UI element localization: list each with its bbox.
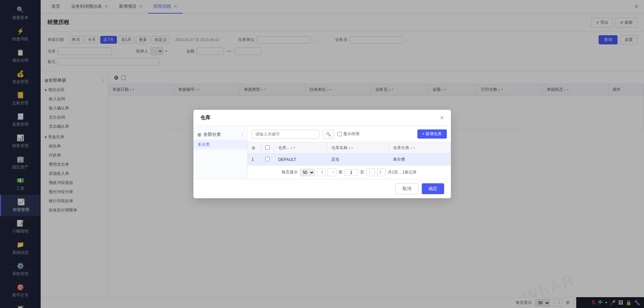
modal-col-category: 仓库分类 ▲▼ — [389, 142, 451, 154]
modal-warehouse-table: ⚙ 仓库... ▲▼ 仓库名称 — [248, 142, 451, 165]
modal-confirm-btn[interactable]: 确定 — [422, 183, 444, 194]
modal-footer: 取消 确定 — [193, 179, 451, 198]
row-code: DEFAULT — [274, 154, 327, 165]
modal-col-code: 仓库... ▲▼ — [274, 142, 327, 154]
modal-col-name: 仓库名称 ▲▼ — [327, 142, 389, 154]
modal-per-page-label: 每页显示 — [282, 169, 298, 175]
modal-show-disabled: 显示停用 — [337, 131, 359, 137]
modal-all-categories[interactable]: ⊞ 全部分类 《 — [193, 129, 247, 140]
grid-small-icon: ⊞ — [198, 132, 201, 137]
modal-select-all[interactable] — [265, 145, 270, 150]
show-disabled-checkbox[interactable] — [337, 132, 342, 136]
modal-prev-page-btn[interactable]: 〈 — [328, 168, 336, 176]
modal-left-collapse-icon[interactable]: 《 — [240, 132, 243, 137]
modal-body: ⊞ 全部分类 《 未分类 🔍 显示停用 — [193, 126, 451, 179]
row-category: 未分类 — [389, 154, 451, 165]
modal-search-icon: 🔍 — [326, 132, 331, 137]
modal-header: 仓库 ✕ — [193, 110, 451, 126]
modal-first-page-btn[interactable]: 《 — [317, 168, 326, 176]
modal-total-info: 共1页，1条记录 — [388, 169, 417, 175]
modal-pagination: 每页显示 50 《 〈 第 页 〉 》 共1页，1条记录 — [248, 165, 451, 179]
modal-add-warehouse-btn[interactable]: + 新增仓库 — [417, 129, 446, 139]
row-num: 1 — [248, 154, 261, 165]
modal-title: 仓库 — [200, 115, 210, 121]
modal-left-panel: ⊞ 全部分类 《 未分类 — [193, 126, 248, 179]
modal-table-wrap: ⚙ 仓库... ▲▼ 仓库名称 — [248, 142, 451, 165]
modal-search-button[interactable]: 🔍 — [323, 130, 334, 139]
modal-right-panel: 🔍 显示停用 + 新增仓库 ⚙ — [248, 126, 451, 179]
modal-page-input[interactable] — [345, 169, 358, 176]
modal-next-page-btn[interactable]: 〉 — [366, 168, 375, 176]
modal-per-page-select[interactable]: 50 — [300, 169, 315, 176]
modal-overlay: 仓库 ✕ ⊞ 全部分类 《 未分类 🔍 — [0, 0, 644, 308]
modal-uncategorized-item[interactable]: 未分类 — [193, 140, 247, 149]
modal-search-input[interactable] — [252, 130, 319, 139]
modal-table-row[interactable]: 1 DEFAULT 总仓 未分类 — [248, 154, 451, 165]
modal-last-page-btn[interactable]: 》 — [377, 168, 386, 176]
modal-col-settings: ⚙ — [248, 142, 261, 154]
modal-page-word: 第 — [338, 169, 342, 175]
modal-cancel-btn[interactable]: 取消 — [395, 183, 418, 194]
row-checkbox[interactable] — [261, 154, 274, 165]
modal-col-checkbox — [261, 142, 274, 154]
modal-page-label: 页 — [360, 169, 364, 175]
modal-toolbar: 🔍 显示停用 + 新增仓库 — [248, 126, 451, 142]
modal-warehouse: 仓库 ✕ ⊞ 全部分类 《 未分类 🔍 — [193, 110, 451, 198]
row-name: 总仓 — [327, 154, 389, 165]
modal-close-btn[interactable]: ✕ — [440, 115, 444, 121]
